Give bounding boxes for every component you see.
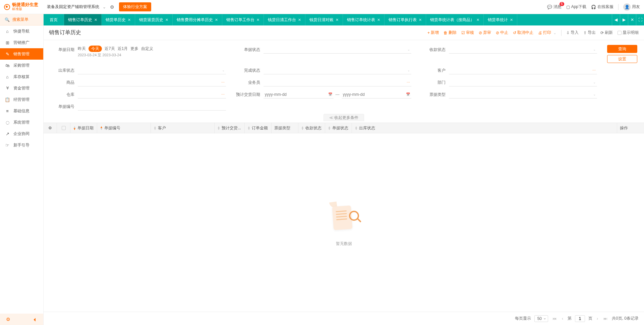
- experience-button[interactable]: 体验行业方案: [119, 2, 151, 11]
- tab[interactable]: 销货退货历史✕: [135, 14, 173, 25]
- gear-icon[interactable]: ⚙: [6, 317, 10, 322]
- tab[interactable]: 销售订单统计表✕: [343, 14, 385, 25]
- tab-home[interactable]: 首页: [44, 14, 64, 25]
- select-bill-status[interactable]: ⌄: [264, 46, 412, 54]
- stop-button[interactable]: ⊘中止: [496, 30, 508, 36]
- service-link[interactable]: 🎧 在线客服: [591, 4, 613, 10]
- sidebar-item[interactable]: ✎销售管理: [0, 48, 43, 60]
- collapse-conditions[interactable]: ≪ 收起更多条件: [324, 114, 364, 121]
- page-size-select[interactable]: 50: [534, 315, 548, 322]
- page-prev-icon[interactable]: ‹: [561, 316, 564, 321]
- input-delivery-to[interactable]: 📅: [342, 90, 412, 99]
- col-bill[interactable]: 单据状态: [332, 125, 348, 131]
- select-pay-status[interactable]: ⌄: [449, 46, 597, 54]
- sidebar-item[interactable]: ⌂快捷导航: [0, 25, 43, 37]
- void-button[interactable]: ⊘弃审: [479, 30, 491, 36]
- tab-close-icon[interactable]: ✕: [165, 18, 168, 22]
- sort-icon[interactable]: ▲▼: [217, 126, 220, 130]
- tab[interactable]: 销货单统计✕: [484, 14, 517, 25]
- sort-icon[interactable]: ▲▼: [73, 126, 76, 130]
- sidebar-item[interactable]: ◌系统管理: [0, 117, 43, 128]
- detail-toggle[interactable]: 显示明细: [618, 30, 639, 36]
- select-out-status[interactable]: ⌄: [78, 66, 226, 74]
- col-customer[interactable]: 客户: [158, 125, 166, 131]
- input-bill-no[interactable]: [78, 103, 226, 111]
- collapse-sidebar-icon[interactable]: ⏴: [33, 317, 37, 322]
- tab[interactable]: 钱货日清对账✕: [305, 14, 343, 25]
- col-out[interactable]: 出库状态: [359, 125, 375, 131]
- sort-icon[interactable]: ▲▼: [328, 126, 331, 130]
- tab-close-all-icon[interactable]: ✕: [628, 14, 636, 25]
- col-pay[interactable]: 收款状态: [305, 125, 321, 131]
- select-ticket-type[interactable]: ⌄: [449, 90, 597, 99]
- col-bill-date[interactable]: 单据日期: [77, 125, 94, 131]
- user-menu[interactable]: 👤 用友: [623, 3, 640, 11]
- col-delivery[interactable]: 预计交货...: [222, 125, 241, 131]
- col-bill-no[interactable]: 单据编号: [104, 125, 120, 131]
- sidebar-item[interactable]: 🛍采购管理: [0, 60, 43, 71]
- input-salesman[interactable]: ⋯: [264, 78, 412, 86]
- select-dept[interactable]: ⌄: [449, 78, 597, 86]
- settings-button[interactable]: 设置: [607, 55, 637, 63]
- tab[interactable]: 钱货日清工作台✕: [264, 14, 305, 25]
- sort-icon[interactable]: ▲▼: [301, 126, 304, 130]
- sort-icon[interactable]: ▲▼: [355, 126, 358, 130]
- system-select-icon[interactable]: ⌄: [103, 5, 106, 9]
- page-next-icon[interactable]: ›: [596, 316, 599, 321]
- sort-icon[interactable]: ▲▼: [154, 126, 157, 130]
- tab[interactable]: 销售订单历史✕: [64, 14, 102, 25]
- tab[interactable]: 销货单历史✕: [102, 14, 135, 25]
- tab-close-icon[interactable]: ✕: [336, 18, 339, 22]
- tab-close-icon[interactable]: ✕: [256, 18, 259, 22]
- page-first-icon[interactable]: ⏮: [551, 316, 558, 321]
- sidebar-item[interactable]: ￥资金管理: [0, 82, 43, 94]
- refresh-button[interactable]: ⟳刷新: [600, 30, 613, 36]
- export-button[interactable]: ⇧导出: [583, 30, 596, 36]
- sort-icon[interactable]: ▲▼: [100, 126, 103, 130]
- page-input[interactable]: [575, 315, 585, 322]
- download-link[interactable]: ▢ App下载: [566, 4, 586, 10]
- select-finish-status[interactable]: ⌄: [264, 66, 412, 74]
- sidebar-item[interactable]: ≡基础信息: [0, 105, 43, 117]
- quick-date-today[interactable]: 今天: [89, 46, 102, 52]
- sidebar-search[interactable]: 🔍 搜索菜单: [0, 14, 43, 25]
- page-last-icon[interactable]: ⏭: [602, 316, 608, 321]
- quick-date-more[interactable]: 更多: [130, 46, 138, 52]
- tab-close-icon[interactable]: ✕: [94, 18, 97, 22]
- sidebar-item[interactable]: ⊞营销推广: [0, 37, 43, 48]
- sidebar-item[interactable]: ☞新手引导: [0, 139, 43, 151]
- tab-close-icon[interactable]: ✕: [377, 18, 380, 22]
- import-button[interactable]: ⇩导入: [566, 30, 579, 36]
- tab-close-icon[interactable]: ✕: [215, 18, 218, 22]
- delete-button[interactable]: 🗑删除: [444, 30, 457, 36]
- tab[interactable]: 销货单统计表（按商品）✕: [426, 14, 484, 25]
- tab[interactable]: 销售费用分摊单历史✕: [173, 14, 222, 25]
- col-amount[interactable]: 订单金额: [252, 125, 268, 131]
- input-customer[interactable]: ⋯: [449, 66, 597, 74]
- sort-icon[interactable]: ▲▼: [247, 126, 250, 130]
- tab-scroll-left-icon[interactable]: ◀: [612, 14, 620, 25]
- unstop-button[interactable]: ↺取消中止: [513, 30, 533, 36]
- tab-fullscreen-icon[interactable]: ⛶: [636, 14, 644, 25]
- sidebar-item[interactable]: ⌂库存核算: [0, 71, 43, 82]
- search-button[interactable]: 查询: [607, 45, 637, 53]
- quick-date-7d[interactable]: 近7天: [105, 46, 115, 52]
- sidebar-item[interactable]: 📋经营管理: [0, 94, 43, 105]
- input-product[interactable]: ⋯: [78, 78, 226, 86]
- sidebar-item[interactable]: ↗企业协同: [0, 128, 43, 139]
- settings-icon[interactable]: ⚙: [110, 4, 114, 10]
- add-button[interactable]: +新增: [427, 30, 439, 36]
- message-link[interactable]: 💬 消息 6: [547, 4, 562, 10]
- select-all-checkbox[interactable]: [62, 126, 66, 130]
- quick-date-custom[interactable]: 自定义: [141, 46, 153, 52]
- input-warehouse[interactable]: ⋯: [78, 90, 226, 99]
- tab[interactable]: 销售订单工作台✕: [222, 14, 264, 25]
- tab-close-icon[interactable]: ✕: [128, 18, 131, 22]
- quick-date-yesterday[interactable]: 昨天: [78, 46, 86, 52]
- audit-button[interactable]: ☑审核: [461, 30, 474, 36]
- gear-column-icon[interactable]: ⚙: [48, 126, 52, 130]
- input-delivery-from[interactable]: 📅: [264, 90, 334, 99]
- col-ticket[interactable]: 票据类型: [274, 125, 290, 131]
- print-button[interactable]: 🖨打印⌄: [538, 30, 557, 36]
- tab[interactable]: 销售订单执行表✕: [385, 14, 426, 25]
